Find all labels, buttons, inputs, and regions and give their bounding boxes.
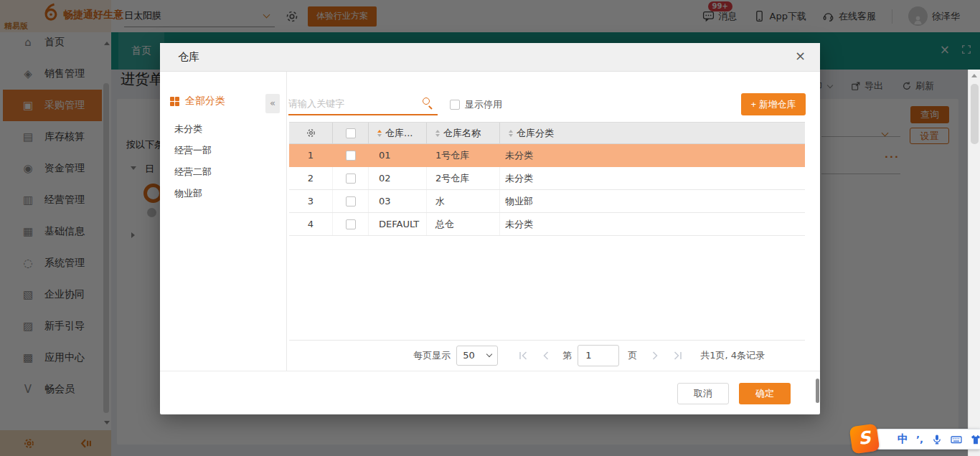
table-header: 仓库... 仓库名称 仓库分类 — [289, 122, 805, 144]
warehouse-code: DEFAULT — [369, 213, 427, 235]
category-item-unclassified[interactable]: 未分类 — [174, 119, 268, 139]
ime-logo[interactable]: S — [849, 424, 880, 455]
sort-icon[interactable] — [509, 130, 513, 137]
category-item-dept1[interactable]: 经营一部 — [174, 141, 268, 161]
show-disabled-toggle[interactable]: 显示停用 — [450, 98, 502, 111]
plus-icon: + — [750, 99, 756, 110]
warehouse-modal: 仓库 × 全部分类 « 未分类 经营一部 经营二部 物业部 显示停用 — [160, 43, 820, 414]
per-page-select[interactable]: 50 — [456, 346, 498, 366]
column-header-code[interactable]: 仓库... — [369, 123, 427, 143]
close-icon[interactable]: × — [795, 49, 806, 62]
record-summary: 共1页, 4条记录 — [700, 349, 765, 362]
column-header-name[interactable]: 仓库名称 — [427, 123, 500, 143]
skin-shirt-icon[interactable] — [970, 434, 980, 445]
cancel-button[interactable]: 取消 — [677, 383, 729, 404]
ime-bar: 中 ’, — [870, 429, 980, 450]
row-index: 3 — [289, 190, 333, 212]
grid-icon — [170, 97, 179, 106]
modal-title: 仓库 — [178, 50, 199, 64]
warehouse-code: 01 — [369, 144, 427, 166]
row-index: 4 — [289, 213, 333, 235]
window-scrollbar[interactable] — [968, 70, 980, 456]
warehouse-table: 仓库... 仓库名称 仓库分类 1 01 1号仓库 未分类 2 02 2号仓库 … — [289, 122, 805, 236]
add-warehouse-label: 新增仓库 — [759, 99, 796, 110]
table-row[interactable]: 1 01 1号仓库 未分类 — [289, 144, 805, 167]
page-prefix: 第 — [562, 349, 572, 362]
checkbox[interactable] — [450, 100, 460, 110]
all-categories[interactable]: 全部分类 — [170, 95, 225, 108]
prev-page-button[interactable] — [541, 351, 551, 361]
scrollbar-thumb[interactable] — [971, 84, 979, 144]
column-header-category[interactable]: 仓库分类 — [500, 123, 805, 143]
all-categories-label: 全部分类 — [185, 95, 225, 108]
microphone-icon[interactable] — [931, 434, 943, 445]
modal-footer: 取消 确定 — [160, 371, 820, 414]
row-checkbox[interactable] — [346, 174, 356, 184]
search-box — [288, 93, 438, 115]
ime-chinese-mode-button[interactable]: 中 — [897, 432, 908, 446]
modal-header: 仓库 × — [160, 43, 820, 72]
warehouse-code: 03 — [369, 190, 427, 212]
warehouse-name: 水 — [427, 190, 500, 212]
per-page-label: 每页显示 — [413, 349, 451, 362]
sort-icon[interactable] — [377, 130, 382, 137]
ime-punctuation-button[interactable]: ’, — [916, 434, 923, 445]
column-label: 仓库分类 — [517, 127, 554, 140]
select-all-checkbox[interactable] — [346, 128, 356, 138]
warehouse-list-panel: 显示停用 + 新增仓库 仓库... 仓库名称 仓库分类 1 01 1号仓库 未分… — [287, 72, 820, 371]
table-row[interactable]: 3 03 水 物业部 — [289, 190, 805, 213]
warehouse-category: 未分类 — [500, 213, 805, 235]
warehouse-category: 未分类 — [500, 144, 805, 166]
page-number-input[interactable] — [578, 345, 619, 366]
category-item-property[interactable]: 物业部 — [174, 184, 268, 204]
page-suffix: 页 — [628, 349, 637, 362]
next-page-button[interactable] — [650, 351, 660, 361]
confirm-button[interactable]: 确定 — [739, 383, 791, 404]
screen: 畅捷通好生意 精易版 日太阳膜 体验行业方案 99+ 消息 App下载 — [0, 0, 980, 456]
ime-toolbar: 中 ’, S — [851, 425, 980, 452]
warehouse-code: 02 — [369, 167, 427, 189]
per-page-value: 50 — [463, 350, 475, 361]
table-row[interactable]: 4 DEFAULT 总仓 未分类 — [289, 213, 805, 236]
category-item-dept2[interactable]: 经营二部 — [174, 162, 268, 182]
show-disabled-label: 显示停用 — [465, 98, 502, 111]
search-icon[interactable] — [422, 97, 433, 108]
first-page-button[interactable] — [518, 351, 528, 361]
warehouse-category: 未分类 — [500, 167, 805, 189]
keyboard-icon[interactable] — [951, 434, 962, 445]
column-label: 仓库... — [385, 127, 413, 140]
row-checkbox[interactable] — [346, 196, 356, 206]
modal-scrollbar-thumb[interactable] — [816, 379, 819, 403]
row-checkbox[interactable] — [346, 151, 356, 161]
sort-icon[interactable] — [435, 130, 440, 137]
pagination: 每页显示 50 第 页 共1页, 4条记录 — [289, 340, 805, 370]
category-panel: 全部分类 « 未分类 经营一部 经营二部 物业部 — [160, 72, 287, 371]
scroll-up-icon[interactable] — [971, 74, 977, 77]
warehouse-name: 1号仓库 — [427, 144, 500, 166]
warehouse-name: 总仓 — [427, 213, 500, 235]
panel-collapse-button[interactable]: « — [265, 94, 280, 113]
column-settings-gear-icon[interactable] — [306, 128, 316, 138]
search-input[interactable] — [288, 93, 416, 113]
warehouse-name: 2号仓库 — [427, 167, 500, 189]
chevron-down-icon — [486, 351, 492, 357]
add-warehouse-button[interactable]: + 新增仓库 — [741, 93, 806, 115]
row-index: 1 — [289, 144, 333, 166]
warehouse-category: 物业部 — [500, 190, 805, 212]
column-label: 仓库名称 — [443, 127, 481, 140]
row-checkbox[interactable] — [346, 219, 356, 229]
last-page-button[interactable] — [673, 351, 683, 361]
row-index: 2 — [289, 167, 333, 189]
table-row[interactable]: 2 02 2号仓库 未分类 — [289, 167, 805, 190]
